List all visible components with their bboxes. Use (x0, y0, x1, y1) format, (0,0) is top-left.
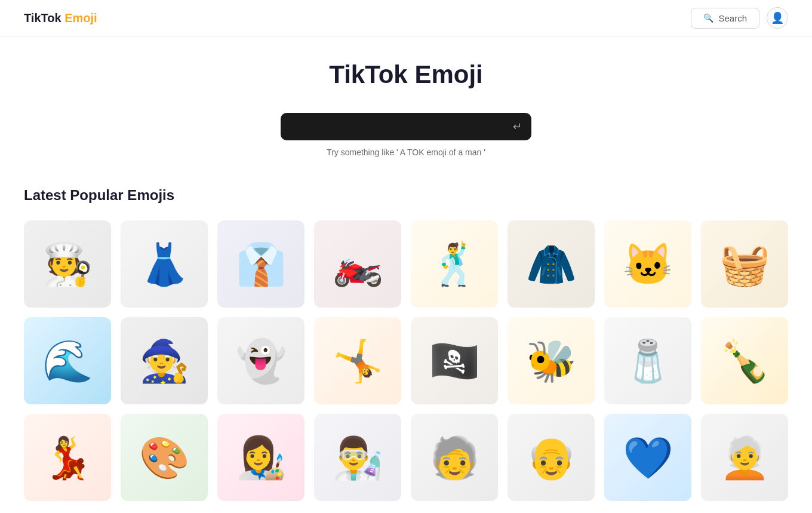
emoji-grid: 🧑‍🍳 👗 👔 🏍️ 🕺 🧥 🐱 🧺 (24, 220, 788, 501)
enter-icon[interactable]: ↵ (513, 120, 522, 133)
section-title: Latest Popular Emojis (24, 187, 788, 204)
header-right: 🔍 Search 👤 (691, 7, 788, 29)
emoji-card-basket[interactable]: 🧺 (701, 220, 788, 308)
emoji-card-bee[interactable]: 🐝 (508, 317, 595, 404)
emoji-card-ocean-heart[interactable]: 💙 (604, 414, 691, 501)
emoji-card-frida-2[interactable]: 🎨 (121, 414, 208, 501)
page-title: TikTok Emoji (24, 60, 788, 89)
main-content: TikTok Emoji ↵ Try something like ' A TO… (0, 36, 812, 513)
emoji-card-frida-1[interactable]: 💃 (24, 414, 111, 501)
emoji-card-older-man-suit[interactable]: 👔 (217, 220, 304, 308)
emoji-card-pirate-kid[interactable]: 🏴‍☠️ (411, 317, 498, 404)
search-bar: ↵ (281, 113, 531, 140)
emoji-card-motorcycle[interactable]: 🏍️ (314, 220, 401, 308)
emoji-card-hooded-ghost[interactable]: 👻 (217, 317, 304, 404)
emoji-card-cat-character[interactable]: 🐱 (604, 220, 691, 308)
logo-emoji: Emoji (61, 11, 97, 25)
search-input[interactable] (290, 121, 507, 132)
emoji-card-salt-shaker[interactable]: 🧂 (604, 317, 691, 404)
search-hint: Try something like ' A TOK emoji of a ma… (24, 148, 788, 157)
user-profile-button[interactable]: 👤 (767, 7, 788, 29)
header: TikTok Emoji 🔍 Search 👤 (0, 0, 812, 36)
emoji-card-gray-dress[interactable]: 👗 (121, 220, 208, 308)
logo-tiktok: TikTok (24, 11, 61, 25)
emoji-card-frida-3[interactable]: 👩‍🎨 (217, 414, 304, 501)
header-search-button[interactable]: 🔍 Search (691, 8, 759, 29)
emoji-card-einstein-old[interactable]: 👴 (508, 414, 595, 501)
logo[interactable]: TikTok Emoji (24, 11, 97, 25)
search-container: ↵ (24, 113, 788, 140)
emoji-card-blonde-bartender[interactable]: 🧑‍🍳 (24, 220, 111, 308)
user-icon: 👤 (771, 11, 784, 24)
emoji-card-einstein-chair[interactable]: 🧓 (411, 414, 498, 501)
search-button-label: Search (718, 13, 747, 23)
emoji-card-falling-person[interactable]: 🤸 (314, 317, 401, 404)
search-icon: 🔍 (703, 13, 713, 23)
emoji-card-gnome[interactable]: 🧙 (121, 317, 208, 404)
emoji-card-einstein-sitting[interactable]: 👨‍🔬 (314, 414, 401, 501)
emoji-card-dancing-man[interactable]: 🕺 (411, 220, 498, 308)
emoji-card-ocean-scene[interactable]: 🌊 (24, 317, 111, 404)
emoji-card-hooded-person[interactable]: 🧥 (508, 220, 595, 308)
emoji-card-tequila-bottle[interactable]: 🍾 (701, 317, 788, 404)
emoji-card-einstein-face[interactable]: 🧑‍🦳 (701, 414, 788, 501)
